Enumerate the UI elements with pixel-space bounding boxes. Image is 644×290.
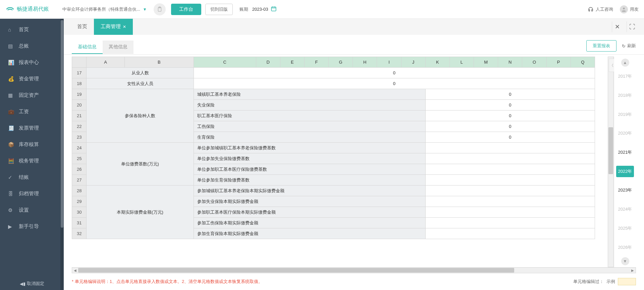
col-header[interactable]: L (449, 57, 474, 68)
desc-cell[interactable]: 参加工伤保险本期实际缴费金额 (194, 218, 425, 228)
year-down-button[interactable]: ▼ (621, 257, 629, 265)
user-menu[interactable]: 用友 (620, 5, 639, 13)
col-header[interactable]: G (329, 57, 353, 68)
desc-cell[interactable]: 生育保险 (194, 132, 425, 143)
col-header[interactable]: E (280, 57, 304, 68)
desc-cell[interactable]: 单位参加生育保险缴费基数 (194, 175, 425, 186)
row-number[interactable]: 28 (72, 186, 87, 196)
desc-cell[interactable]: 单位参加失业保险缴费基数 (194, 153, 425, 164)
value-cell[interactable] (425, 207, 595, 218)
sidebar-item-7[interactable]: 📦库存核算 (0, 136, 64, 153)
col-header[interactable]: F (304, 57, 328, 68)
row-number[interactable]: 20 (72, 100, 87, 111)
scroll-right-button[interactable]: ▶ (630, 268, 636, 273)
desc-cell[interactable]: 失业保险 (194, 100, 425, 111)
sidebar-item-11[interactable]: ⚙设置 (0, 202, 64, 218)
group-label[interactable]: 单位缴费基数(万元) (87, 143, 194, 186)
row-label[interactable]: 从业人数 (87, 68, 194, 78)
workbench-button[interactable]: 工作台 (171, 4, 201, 15)
sidebar-item-9[interactable]: ✓结账 (0, 169, 64, 186)
tab-1[interactable]: 工商管理✕ (94, 19, 133, 35)
value-cell[interactable]: 0 (425, 111, 595, 121)
value-cell[interactable]: 0 (425, 121, 595, 132)
row-label[interactable]: 女性从业人员 (87, 78, 194, 89)
row-number[interactable]: 26 (72, 164, 87, 175)
row-number[interactable]: 22 (72, 121, 87, 132)
refresh-button[interactable]: ↻ 刷新 (622, 43, 636, 49)
year-item[interactable]: 2026年 (616, 242, 634, 253)
year-item[interactable]: 2017年 (616, 71, 634, 82)
col-header[interactable]: K (425, 57, 449, 68)
scroll-left-button[interactable]: ◀ (72, 268, 78, 273)
row-number[interactable]: 24 (72, 143, 87, 153)
row-number[interactable]: 25 (72, 153, 87, 164)
col-header[interactable]: C (194, 57, 256, 68)
value-cell[interactable] (425, 153, 595, 164)
col-header[interactable]: J (401, 57, 425, 68)
year-item[interactable]: 2023年 (616, 185, 634, 196)
company-selector[interactable]: 中审众环会计师事务所（特殊普通合伙... ▼ (62, 6, 147, 12)
year-item[interactable]: 2020年 (616, 128, 634, 139)
col-header[interactable]: N (498, 57, 522, 68)
fullscreen-button[interactable]: ⛶ (627, 21, 637, 32)
year-item[interactable]: 2021年 (616, 147, 634, 158)
calendar-icon[interactable] (271, 6, 277, 13)
sidebar-item-0[interactable]: ⌂首页 (0, 21, 64, 38)
value-cell[interactable] (425, 218, 595, 228)
tab-close-icon[interactable]: ✕ (123, 24, 126, 29)
row-number[interactable]: 31 (72, 218, 87, 228)
row-number[interactable]: 19 (72, 89, 87, 100)
desc-cell[interactable]: 职工基本医疗保险 (194, 111, 425, 121)
spreadsheet[interactable]: ABCDEFGHIJKLMNOPQ17从业人数018女性从业人员019参保各险种… (72, 57, 608, 267)
consult-button[interactable]: 人工咨询 (588, 6, 613, 12)
cell[interactable]: 0 (194, 68, 595, 78)
year-item[interactable]: 2022年 (616, 166, 634, 177)
value-cell[interactable] (425, 175, 595, 186)
row-number[interactable]: 29 (72, 196, 87, 207)
col-header[interactable]: B (124, 57, 194, 68)
sidebar-item-10[interactable]: 🗄归档管理 (0, 186, 64, 202)
sidebar-item-8[interactable]: 🧮税务管理 (0, 153, 64, 169)
value-cell[interactable] (425, 143, 595, 153)
year-item[interactable]: 2018年 (616, 90, 634, 101)
value-cell[interactable]: 0 (425, 132, 595, 143)
col-header[interactable]: I (377, 57, 401, 68)
desc-cell[interactable]: 参加职工基本医疗保险本期实际缴费金额 (194, 207, 425, 218)
col-header[interactable]: A (87, 57, 124, 68)
value-cell[interactable]: 0 (425, 89, 595, 100)
row-number[interactable]: 32 (72, 228, 87, 239)
row-number[interactable]: 27 (72, 175, 87, 186)
row-number[interactable]: 30 (72, 207, 87, 218)
unpin-button[interactable]: ◀▮ 取消固定 (0, 277, 64, 290)
value-cell[interactable] (425, 196, 595, 207)
tab-0[interactable]: 首页 (70, 19, 94, 35)
desc-cell[interactable]: 单位参加职工基本医疗保险缴费基数 (194, 164, 425, 175)
sidebar-item-12[interactable]: ▶新手引导 (0, 218, 64, 235)
group-label[interactable]: 本期实际缴费金额(万元) (87, 186, 194, 239)
clipboard-button[interactable] (154, 3, 166, 15)
row-number[interactable]: 23 (72, 132, 87, 143)
col-header[interactable]: Q (571, 57, 595, 68)
close-all-tabs-button[interactable]: ✕ (612, 21, 623, 32)
year-panel-collapse[interactable]: 《 (609, 59, 614, 72)
group-label[interactable]: 参保各险种人数 (87, 89, 194, 143)
sidebar-item-2[interactable]: 📊报表中心 (0, 54, 64, 71)
subtab-1[interactable]: 其他信息 (103, 41, 133, 54)
col-header[interactable]: D (256, 57, 280, 68)
row-number[interactable]: 17 (72, 68, 87, 78)
col-header[interactable]: P (546, 57, 571, 68)
old-version-button[interactable]: 切到旧版 (205, 4, 233, 15)
sidebar-scrollbar[interactable] (60, 19, 64, 290)
year-item[interactable]: 2019年 (616, 109, 634, 120)
desc-cell[interactable]: 参加生育保险本期实际缴费金额 (194, 228, 425, 239)
sidebar-item-4[interactable]: ▦固定资产 (0, 87, 64, 103)
sidebar-item-6[interactable]: 🧾发票管理 (0, 120, 64, 136)
value-cell[interactable]: 0 (425, 100, 595, 111)
cell[interactable]: 0 (194, 78, 595, 89)
col-header[interactable]: H (353, 57, 377, 68)
value-cell[interactable] (425, 186, 595, 196)
year-item[interactable]: 2024年 (616, 204, 634, 215)
desc-cell[interactable]: 工伤保险 (194, 121, 425, 132)
year-item[interactable]: 2025年 (616, 223, 634, 234)
row-number[interactable]: 18 (72, 78, 87, 89)
